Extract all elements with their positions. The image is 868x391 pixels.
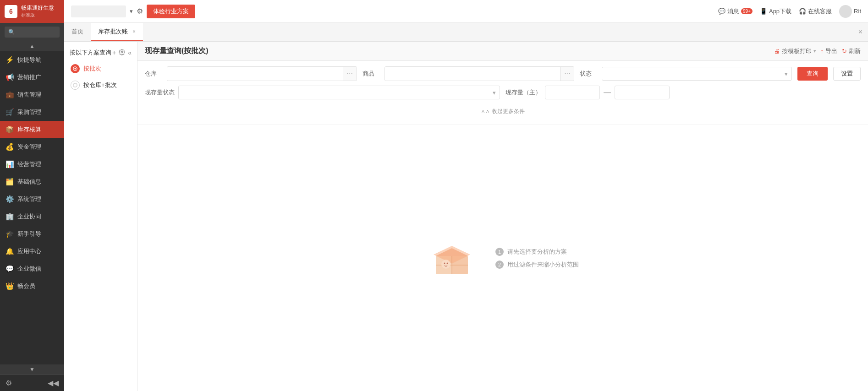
sidebar-item-enterprise[interactable]: 🏢 企业协同	[0, 208, 64, 225]
sidebar-item-wechat[interactable]: 💬 企业微信	[0, 260, 64, 277]
settings-icon[interactable]: ⚙	[5, 379, 12, 387]
collapse-label: 收起更多条件	[492, 108, 525, 114]
sidebar-header: 6 畅康通好生意 标准版	[0, 0, 64, 23]
gear-icon[interactable]: ⚙	[137, 7, 143, 16]
online-service-action[interactable]: 🎧 在线客服	[799, 7, 832, 16]
quick-nav-icon: ⚡	[5, 56, 14, 64]
print-template-button[interactable]: 🖨 按模板打印 ▾	[774, 47, 816, 55]
stock-status-label: 现存量状态	[145, 88, 175, 97]
user-action[interactable]: Rit	[839, 5, 861, 18]
collapse-up-icon: ∧∧	[481, 108, 490, 114]
sidebar-item-finance[interactable]: 💰 资金管理	[0, 138, 64, 156]
message-label: 消息	[727, 7, 739, 16]
filter-row-2: 现存量状态 ▾ 现存量（主） —	[145, 86, 861, 99]
warehouse-input[interactable]	[167, 67, 343, 81]
query-button[interactable]: 查询	[797, 67, 828, 81]
app-download-action[interactable]: 📱 App下载	[760, 7, 791, 16]
page-header: 现存量查询(按批次) 🖨 按模板打印 ▾ ↑ 导出 ↻ 刷新	[137, 42, 868, 61]
left-panel-actions: + «	[112, 49, 132, 57]
app-edition: 标准版	[21, 12, 54, 18]
finance-icon: 💰	[5, 143, 14, 151]
message-icon: 💬	[718, 8, 725, 15]
sales-icon: 💼	[5, 91, 14, 99]
inventory-icon: 📦	[5, 125, 14, 134]
sidebar-item-newbie[interactable]: 🎓 新手引导	[0, 225, 64, 243]
sidebar-item-marketing[interactable]: 📢 营销推广	[0, 69, 64, 86]
sidebar-item-app-center-label: 应用中心	[17, 247, 41, 255]
tip-num-2: 2	[495, 261, 504, 269]
svg-point-3	[73, 83, 77, 87]
scheme-settings-icon[interactable]	[119, 49, 125, 57]
status-filter: 状态 ▾	[580, 67, 792, 81]
refresh-button[interactable]: ↻ 刷新	[842, 47, 861, 55]
tab-bar: 首页 库存批次账 × ×	[64, 23, 868, 42]
scheme-batch-label: 按批次	[83, 65, 101, 73]
sidebar-scroll-down[interactable]: ▼	[0, 364, 64, 375]
stock-qty-dash: —	[604, 88, 611, 97]
page-header-actions: 🖨 按模板打印 ▾ ↑ 导出 ↻ 刷新	[774, 47, 861, 55]
stock-qty-to[interactable]	[615, 86, 670, 99]
sidebar-item-sales[interactable]: 💼 销售管理	[0, 86, 64, 103]
warehouse-input-group: ···	[167, 66, 357, 81]
export-label: 导出	[825, 47, 837, 55]
settings-button[interactable]: 设置	[833, 67, 861, 81]
tab-close-icon[interactable]: ×	[132, 28, 136, 35]
sidebar-item-app-center[interactable]: 🔔 应用中心	[0, 243, 64, 260]
app-name: 畅康通好生意	[21, 5, 54, 12]
tab-inventory-batch[interactable]: 库存批次账 ×	[91, 23, 143, 41]
svg-point-0	[121, 51, 123, 53]
sidebar-item-quick-nav[interactable]: ⚡ 快捷导航	[0, 51, 64, 69]
app-logo: 6	[5, 5, 17, 18]
wechat-icon: 💬	[5, 265, 14, 273]
refresh-label: 刷新	[849, 47, 861, 55]
collapse-panel-icon[interactable]: «	[128, 49, 132, 56]
sidebar-item-member[interactable]: 👑 畅会员	[0, 277, 64, 295]
sidebar-item-operations[interactable]: 📊 经营管理	[0, 156, 64, 173]
sidebar-search-area: 🔍	[0, 23, 64, 41]
sidebar-item-basic[interactable]: 🗂️ 基础信息	[0, 173, 64, 190]
sidebar-item-purchase[interactable]: 🛒 采购管理	[0, 103, 64, 121]
export-button[interactable]: ↑ 导出	[821, 47, 838, 55]
stock-status-select[interactable]: ▾	[178, 86, 500, 99]
sidebar-scroll-up[interactable]: ▲	[0, 41, 64, 51]
empty-content: 1 请先选择要分析的方案 2 用过滤条件来缩小分析范围	[427, 231, 579, 286]
empty-state: 1 请先选择要分析的方案 2 用过滤条件来缩小分析范围	[137, 125, 868, 391]
warehouse-label: 仓库	[145, 70, 163, 78]
scheme-active-icon	[71, 64, 80, 73]
tip-text-1: 请先选择要分析的方案	[507, 248, 567, 256]
online-service-label: 在线客服	[808, 7, 832, 16]
top-bar-left: ▾ ⚙ 体验行业方案	[71, 5, 714, 18]
operations-icon: 📊	[5, 160, 14, 168]
app-center-icon: 🔔	[5, 247, 14, 255]
trial-button[interactable]: 体验行业方案	[147, 5, 195, 18]
scheme-item-warehouse-batch[interactable]: 按仓库+批次	[64, 77, 137, 93]
scheme-item-batch[interactable]: 按批次	[64, 60, 137, 77]
tab-home-label: 首页	[71, 27, 83, 36]
add-scheme-icon[interactable]: +	[112, 49, 116, 56]
product-input[interactable]	[385, 67, 560, 81]
stock-status-filter: 现存量状态 ▾	[145, 86, 500, 99]
search-menu-button[interactable]: 🔍	[5, 27, 60, 38]
collapse-icon[interactable]: ◀◀	[48, 379, 59, 387]
svg-point-12	[444, 262, 445, 264]
message-action[interactable]: 💬 消息 99+	[718, 7, 753, 16]
product-dots-btn[interactable]: ···	[560, 67, 574, 81]
sidebar-item-inventory[interactable]: 📦 库存核算	[0, 121, 64, 138]
marketing-icon: 📢	[5, 73, 14, 81]
print-dropdown-icon[interactable]: ▾	[813, 48, 816, 54]
sidebar-item-system[interactable]: ⚙️ 系统管理	[0, 190, 64, 208]
system-icon: ⚙️	[5, 195, 14, 203]
svg-point-2	[74, 68, 76, 69]
refresh-icon: ↻	[842, 48, 847, 54]
tab-home[interactable]: 首页	[64, 23, 91, 41]
stock-qty-from[interactable]	[545, 86, 600, 99]
dropdown-icon[interactable]: ▾	[130, 8, 133, 15]
tab-bar-close-icon[interactable]: ×	[853, 28, 868, 36]
collapse-row[interactable]: ∧∧ 收起更多条件	[145, 104, 861, 119]
left-panel-title: 按以下方案查询	[70, 49, 111, 57]
warehouse-dots-btn[interactable]: ···	[343, 67, 357, 81]
svg-point-11	[441, 260, 450, 269]
export-icon: ↑	[821, 48, 824, 54]
sidebar-item-marketing-label: 营销推广	[17, 73, 41, 81]
status-dropdown[interactable]: ▾	[602, 67, 792, 81]
